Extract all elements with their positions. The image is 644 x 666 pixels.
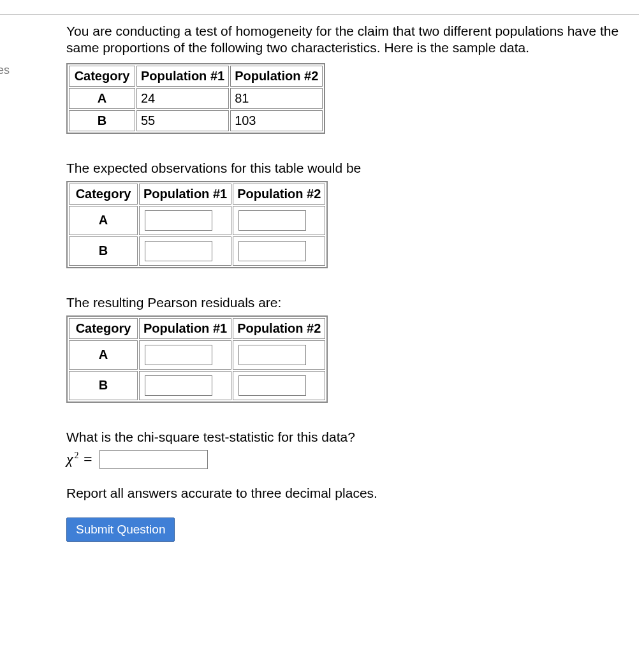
res-header-pop1: Population #1 [139,318,231,339]
prompt-text: You are conducting a test of homogeneity… [66,23,631,57]
chi-prompt: What is the chi-square test-statistic fo… [66,430,631,445]
expected-a-p1-input[interactable] [145,210,212,231]
obs-a-p1: 24 [136,88,229,109]
res-header-pop2: Population #2 [233,318,325,339]
residuals-table: Category Population #1 Population #2 A B [66,315,328,403]
top-divider [0,14,639,15]
res-row-b-label: B [69,371,138,400]
expected-table: Category Population #1 Population #2 A B [66,181,328,268]
obs-b-p1: 55 [136,110,229,131]
res-header-category: Category [69,318,138,339]
observed-table: Category Population #1 Population #2 A 2… [66,63,325,134]
submit-button[interactable]: Submit Question [66,518,175,542]
obs-b-p2: 103 [230,110,323,131]
obs-header-category: Category [69,66,135,87]
left-fragment: es [0,64,10,77]
chi-row: χ2 = [66,450,631,469]
report-note: Report all answers accurate to three dec… [66,486,631,501]
exp-header-pop1: Population #1 [139,184,231,205]
question-content: You are conducting a test of homogeneity… [66,23,631,542]
chi-symbol: χ2 = [66,451,93,468]
expected-a-p2-input[interactable] [238,210,306,231]
exp-row-b-label: B [69,236,138,266]
residual-b-p2-input[interactable] [238,375,306,396]
obs-row-b-label: B [69,110,135,131]
res-row-a-label: A [69,340,138,370]
residual-b-p1-input[interactable] [145,375,212,396]
exp-header-pop2: Population #2 [233,184,325,205]
residual-a-p1-input[interactable] [145,345,212,365]
expected-title: The expected observations for this table… [66,161,631,176]
obs-header-pop2: Population #2 [230,66,323,87]
exp-row-a-label: A [69,206,138,235]
residuals-title: The resulting Pearson residuals are: [66,295,631,310]
obs-row-a-label: A [69,88,135,109]
expected-b-p2-input[interactable] [238,241,306,261]
obs-a-p2: 81 [230,88,323,109]
exp-header-category: Category [69,184,138,205]
obs-header-pop1: Population #1 [136,66,229,87]
expected-b-p1-input[interactable] [145,241,212,261]
chi-square-input[interactable] [99,450,208,469]
residual-a-p2-input[interactable] [238,345,306,365]
